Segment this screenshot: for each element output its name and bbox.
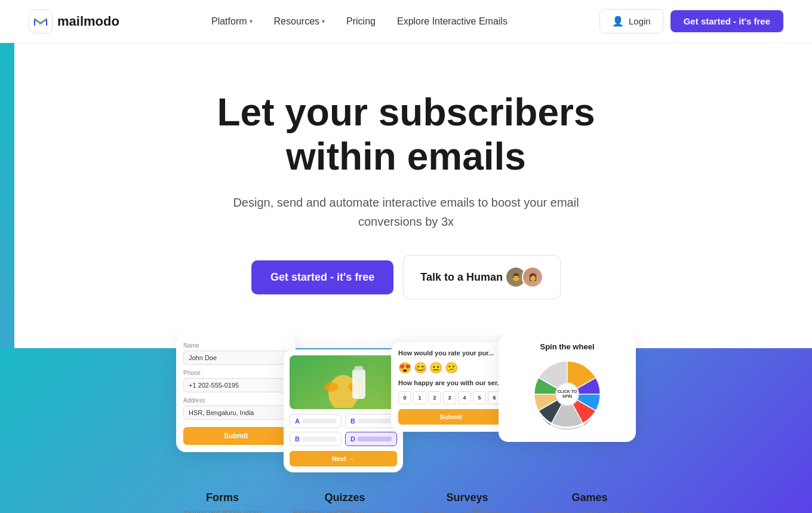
avatar-2: 👩 xyxy=(522,266,543,288)
phone-field: Phone xyxy=(183,370,288,392)
get-started-nav-button[interactable]: Get started - it's free xyxy=(670,10,783,32)
logo-icon xyxy=(29,10,53,33)
nav-link-platform[interactable]: Platform ▾ xyxy=(211,16,253,27)
nav-link-explore[interactable]: Explore Interactive Emails xyxy=(397,16,508,27)
emoji-smile[interactable]: 😊 xyxy=(414,361,427,374)
svg-rect-8 xyxy=(355,366,363,371)
games-label: Games Preplaced saw 5X email to sale xyxy=(528,482,651,513)
quiz-option-a[interactable]: A xyxy=(290,414,342,428)
svg-rect-7 xyxy=(352,369,365,399)
nps-0[interactable]: 0 xyxy=(398,391,411,404)
form-card-inner: Name Phone Address Submit xyxy=(176,335,296,452)
hero-buttons: Get started - it's free Talk to a Human … xyxy=(251,255,561,299)
spin-center-button[interactable]: CLICK TO SPIN xyxy=(555,382,579,406)
nav-link-pricing[interactable]: Pricing xyxy=(346,16,376,27)
spin-wheel-card: Spin the wheel xyxy=(499,335,636,442)
name-label: Name xyxy=(183,342,288,349)
nps-3[interactable]: 3 xyxy=(443,391,456,404)
nps-4[interactable]: 4 xyxy=(458,391,471,404)
address-label: Address xyxy=(183,397,288,404)
emoji-sad[interactable]: 😕 xyxy=(445,361,458,374)
quiz-option-b2[interactable]: B xyxy=(290,432,342,446)
survey-title: How would you rate your pur... xyxy=(398,349,503,357)
spin-card-inner: Spin the wheel xyxy=(499,335,636,442)
svg-point-5 xyxy=(324,382,339,392)
cards-area: Name Phone Address Submit xyxy=(0,335,812,513)
survey-card: How would you rate your pur... 😍 😊 😐 😕 H… xyxy=(391,342,510,432)
quiz-image xyxy=(290,355,397,409)
wheel-container: CLICK TO SPIN xyxy=(531,358,603,430)
features-section: Name Phone Address Submit xyxy=(0,335,812,513)
name-field: Name xyxy=(183,342,288,365)
name-input[interactable] xyxy=(183,351,288,365)
quiz-card: A B B D xyxy=(284,349,403,472)
nps-row: 0 1 2 3 4 5 6 xyxy=(398,391,503,404)
form-submit-button[interactable]: Submit xyxy=(183,427,288,445)
nps-2[interactable]: 2 xyxy=(428,391,441,404)
person-icon: 👤 xyxy=(612,16,624,27)
survey-submit-button[interactable]: Submit xyxy=(398,409,503,425)
nps-1[interactable]: 1 xyxy=(413,391,426,404)
surveys-label: Surveys Razorpay got 257% more feedback … xyxy=(406,482,528,513)
chevron-down-icon: ▾ xyxy=(322,18,325,24)
quiz-options: A B B D xyxy=(290,414,397,446)
login-button[interactable]: 👤 Login xyxy=(599,9,663,33)
phone-input[interactable] xyxy=(183,378,288,392)
talk-to-human-button[interactable]: Talk to a Human 👨 👩 xyxy=(403,255,561,299)
brand-name: mailmodo xyxy=(57,14,119,29)
spin-title: Spin the wheel xyxy=(540,342,594,351)
nav-actions: 👤 Login Get started - it's free xyxy=(599,9,783,33)
quiz-card-inner: A B B D xyxy=(284,349,403,472)
hero-section: Let your subscribers within emails Desig… xyxy=(0,43,812,335)
nav-links: Platform ▾ Resources ▾ Pricing Explore I… xyxy=(211,16,508,27)
forms-card: Name Phone Address Submit xyxy=(176,335,296,452)
forms-label: Forms foundit got 400% more registration… xyxy=(161,482,284,513)
address-input[interactable] xyxy=(183,406,288,420)
quiz-option-d[interactable]: D xyxy=(345,432,397,446)
quizzes-label: Quizzes BluSmart got 35% more eng... xyxy=(284,482,406,513)
quiz-option-b[interactable]: B xyxy=(345,414,397,428)
nav-link-resources[interactable]: Resources ▾ xyxy=(274,16,325,27)
emoji-rating: 😍 😊 😐 😕 xyxy=(398,361,503,374)
get-started-hero-button[interactable]: Get started - it's free xyxy=(251,260,393,294)
emoji-neutral[interactable]: 😐 xyxy=(429,361,442,374)
address-field: Address xyxy=(183,397,288,420)
survey-subtitle: How happy are you with our ser... xyxy=(398,379,503,386)
hero-title: Let your subscribers within emails xyxy=(217,91,595,179)
logo[interactable]: mailmodo xyxy=(29,10,119,33)
avatar-group: 👨 👩 xyxy=(510,266,543,288)
phone-label: Phone xyxy=(183,370,288,376)
chevron-down-icon: ▾ xyxy=(250,18,253,24)
svg-rect-1 xyxy=(38,21,43,26)
nps-5[interactable]: 5 xyxy=(473,391,486,404)
survey-card-inner: How would you rate your pur... 😍 😊 😐 😕 H… xyxy=(391,342,510,432)
emoji-love[interactable]: 😍 xyxy=(398,361,411,374)
hero-subtitle: Design, send and automate interactive em… xyxy=(227,193,585,231)
navbar: mailmodo Platform ▾ Resources ▾ Pricing … xyxy=(0,0,812,43)
quiz-next-button[interactable]: Next → xyxy=(290,451,397,466)
